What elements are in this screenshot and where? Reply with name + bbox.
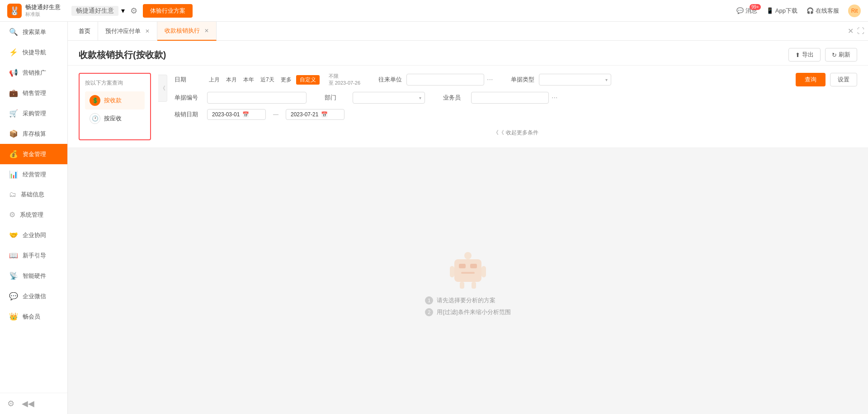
sidebar-item-member[interactable]: 👑 畅会员: [0, 306, 67, 327]
sidebar-item-inventory[interactable]: 📦 库存核算: [0, 124, 67, 144]
sidebar-nav: 🔍 搜索菜单 ⚡ 快捷导航 📢 营销推广 💼 销售管理 🛒 采购管理 📦 库存核…: [0, 22, 68, 414]
app-download-label: App下载: [775, 7, 797, 15]
sidebar-item-management[interactable]: 📊 经营管理: [0, 164, 67, 185]
sidebar-item-wecom[interactable]: 💬 企业微信: [0, 286, 67, 306]
filter-row-2: 单据编号 部门 业务员 ···: [175, 92, 857, 104]
refresh-label: 刷新: [839, 51, 850, 59]
date-more[interactable]: 更多: [279, 75, 293, 85]
purchase-icon: 🛒: [9, 109, 18, 118]
filter-row-1: 日期 上月 本月 本年 近7天 更多 自定义 不限 至 2023-07-26: [175, 73, 857, 86]
doc-num-label: 单据编号: [175, 94, 200, 102]
app-download-button[interactable]: 📱 App下载: [766, 7, 797, 15]
tab-home[interactable]: 首页: [71, 22, 98, 41]
settings-bottom-icon[interactable]: ⚙: [7, 399, 14, 409]
page-title: 收款核销执行(按收款): [79, 49, 166, 61]
sidebar-label: 搜索菜单: [23, 28, 46, 36]
customer-service-label: 在线客服: [816, 7, 839, 15]
svg-rect-7: [472, 282, 476, 289]
empty-tip-2: 2 用[过滤]条件来缩小分析范围: [425, 308, 510, 316]
customer-service-button[interactable]: 🎧 在线客服: [807, 7, 839, 15]
svg-point-8: [464, 252, 472, 259]
salesperson-input[interactable]: [471, 92, 549, 104]
sidebar-item-sales[interactable]: 💼 销售管理: [0, 83, 67, 103]
guide-icon: 📖: [9, 251, 18, 260]
svg-rect-0: [454, 259, 481, 282]
date-last-7-days[interactable]: 近7天: [259, 75, 276, 85]
sidebar-item-purchase[interactable]: 🛒 采购管理: [0, 103, 67, 124]
dept-filter: 部门: [325, 92, 425, 104]
counterparty-more-icon[interactable]: ···: [487, 76, 493, 84]
member-icon: 👑: [9, 312, 18, 321]
filter-right: 日期 上月 本月 本年 近7天 更多 自定义 不限 至 2023-07-26: [175, 73, 857, 140]
salesperson-more-icon[interactable]: ···: [552, 94, 557, 102]
date-custom[interactable]: 自定义: [296, 75, 320, 85]
sidebar-item-finance[interactable]: 💰 资金管理: [0, 144, 67, 164]
export-button[interactable]: ⬆ 导出: [788, 48, 821, 62]
settings-button[interactable]: 设置: [830, 73, 857, 86]
filter-option-by-receipt[interactable]: 💲 按收款: [85, 91, 145, 109]
tab-close-all-icon[interactable]: ✕: [848, 27, 854, 35]
date-this-month[interactable]: 本月: [224, 75, 239, 85]
verify-date-end-input[interactable]: 2023-07-21 📅: [286, 109, 344, 120]
content-area: 首页 预付冲应付单 ✕ 收款核销执行 ✕ ✕ ⛶ 收款核销执行(按收款) ⬆ 导…: [68, 22, 868, 414]
doc-type-label: 单据类型: [511, 76, 536, 84]
app-selector[interactable]: 畅捷通好生意 ▾: [71, 6, 125, 16]
doc-type-select[interactable]: [539, 74, 611, 86]
date-last-month[interactable]: 上月: [207, 75, 222, 85]
tab-verify-close[interactable]: ✕: [204, 28, 209, 34]
tab-prepay-close[interactable]: ✕: [145, 28, 150, 34]
counterparty-filter: 往来单位 ···: [378, 74, 493, 86]
gear-icon[interactable]: ⚙: [130, 6, 137, 16]
finance-icon: 💰: [9, 150, 18, 158]
collapse-sidebar-icon[interactable]: ◀◀: [22, 399, 34, 409]
sidebar-label: 经营管理: [23, 171, 46, 179]
tab-prepay[interactable]: 预付冲应付单 ✕: [98, 22, 157, 41]
dept-select[interactable]: [353, 92, 425, 104]
dept-select-wrapper: [353, 92, 425, 104]
message-button[interactable]: 💬 消息 99+: [736, 7, 757, 15]
export-icon: ⬆: [795, 52, 800, 58]
query-button[interactable]: 查询: [796, 73, 826, 86]
sidebar-item-system[interactable]: ⚙ 系统管理: [0, 205, 67, 225]
counterparty-input[interactable]: [406, 74, 484, 86]
export-label: 导出: [802, 51, 814, 59]
sidebar-item-enterprise[interactable]: 🤝 企业协同: [0, 225, 67, 245]
doc-num-input[interactable]: [207, 92, 307, 104]
sidebar-item-search[interactable]: 🔍 搜索菜单: [0, 22, 67, 42]
hardware-icon: 📡: [9, 271, 18, 280]
sidebar-item-hardware[interactable]: 📡 智能硬件: [0, 266, 67, 286]
user-menu[interactable]: Rit: [848, 5, 861, 17]
sidebar-label: 销售管理: [23, 89, 46, 97]
svg-rect-2: [470, 264, 477, 268]
sales-icon: 💼: [9, 89, 18, 97]
filter-sidebar: 按以下方案查询 💲 按收款 🕐 按应收: [79, 73, 151, 140]
solution-button[interactable]: 体验行业方案: [143, 4, 193, 18]
tip-num-1: 1: [425, 296, 433, 305]
verify-date-start-input[interactable]: 2023-03-01 📅: [207, 109, 266, 120]
sidebar-item-guide[interactable]: 📖 新手引导: [0, 245, 67, 266]
refresh-button[interactable]: ↻ 刷新: [825, 48, 857, 62]
page-actions: ⬆ 导出 ↻ 刷新: [788, 48, 857, 62]
tab-verify[interactable]: 收款核销执行 ✕: [157, 22, 217, 41]
filter-row-3: 核销日期 2023-03-01 📅 — 2023-07-21 📅: [175, 109, 857, 120]
date-shortcut-group: 上月 本月 本年 近7天 更多 自定义: [207, 75, 320, 85]
filter-area: 按以下方案查询 💲 按收款 🕐 按应收 《 日期 上月: [68, 66, 868, 148]
salesperson-label: 业务员: [443, 94, 468, 102]
sidebar-label: 营销推广: [23, 69, 46, 77]
sidebar-label: 基础信息: [21, 190, 44, 199]
sidebar-item-marketing[interactable]: 📢 营销推广: [0, 62, 67, 83]
tab-expand-icon[interactable]: ⛶: [857, 27, 864, 35]
sidebar-label: 新手引导: [23, 252, 46, 260]
filter-option-by-receivable[interactable]: 🕐 按应收: [85, 109, 145, 128]
sidebar-item-quicknav[interactable]: ⚡ 快捷导航: [0, 42, 67, 62]
message-icon: 💬: [736, 7, 744, 14]
date-this-year[interactable]: 本年: [241, 75, 256, 85]
collapse-more-button[interactable]: 《《 收起更多条件: [175, 125, 857, 140]
download-icon: 📱: [766, 7, 774, 14]
filter-collapse-button[interactable]: 《: [158, 75, 167, 102]
sidebar-label: 畅会员: [23, 313, 40, 321]
sidebar-label: 库存核算: [23, 130, 46, 138]
logo-icon: 🐰: [7, 4, 22, 18]
sidebar-label: 企业微信: [23, 292, 46, 300]
sidebar-item-basic-info[interactable]: 🗂 基础信息: [0, 185, 67, 205]
